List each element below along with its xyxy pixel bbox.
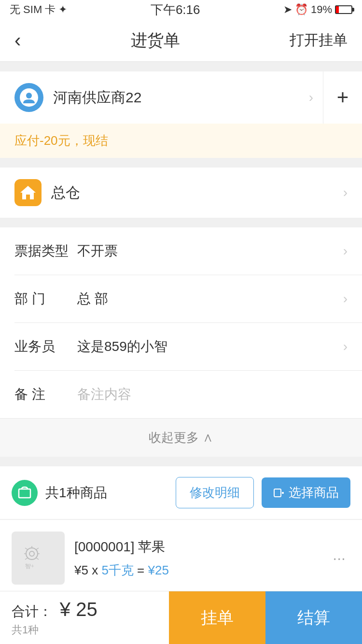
salesperson-value: 这是859的小智 xyxy=(72,337,343,356)
battery-icon xyxy=(335,5,352,14)
products-header: 共1种商品 修改明细 选择商品 xyxy=(0,466,362,519)
product-thumb-icon: 智+ xyxy=(21,546,55,570)
select-product-button[interactable]: 选择商品 xyxy=(262,477,350,508)
hang-order-button[interactable]: 挂单 xyxy=(169,591,265,644)
settle-button[interactable]: 结算 xyxy=(265,591,362,644)
product-item: 智+ [0000001] 苹果 ¥5 x 5千克 = ¥25 ··· xyxy=(0,520,362,596)
salesperson-chevron-icon: › xyxy=(343,339,348,354)
department-value: 总 部 xyxy=(72,290,343,308)
total-count: 共1种 xyxy=(12,623,157,637)
department-label: 部 门 xyxy=(14,290,72,308)
supplier-section: 河南供应商22 › + xyxy=(0,71,362,124)
svg-line-12 xyxy=(36,558,39,560)
invoice-type-value: 不开票 xyxy=(72,242,343,260)
form-section: 票据类型 不开票 › 部 门 总 部 › 业务员 这是859的小智 › 备 注 … xyxy=(0,227,362,418)
svg-rect-2 xyxy=(19,489,30,498)
cart-icon xyxy=(17,485,32,501)
select-product-icon xyxy=(273,487,285,499)
note-input[interactable]: 备注内容 xyxy=(72,385,348,404)
supplier-selector[interactable]: 河南供应商22 › xyxy=(0,71,323,124)
sim-label: 无 SIM 卡 ✦ xyxy=(10,2,67,17)
product-code: [0000001] xyxy=(74,539,135,554)
department-chevron-icon: › xyxy=(343,291,348,307)
svg-text:智+: 智+ xyxy=(25,563,34,570)
products-count: 共1种商品 xyxy=(45,484,176,502)
svg-line-8 xyxy=(25,548,28,550)
notice-bar: 应付-20元，现结 xyxy=(0,124,362,158)
section-gap-2 xyxy=(0,158,362,168)
footer: 合计： ¥ 25 共1种 挂单 结算 xyxy=(0,591,362,644)
warehouse-chevron-icon: › xyxy=(343,185,348,200)
products-icon xyxy=(12,480,38,506)
status-time: 下午6:16 xyxy=(151,1,200,18)
home-icon xyxy=(19,184,37,201)
product-thumbnail: 智+ xyxy=(12,532,65,585)
form-row-invoice-type[interactable]: 票据类型 不开票 › xyxy=(0,227,362,275)
product-title: 苹果 xyxy=(138,539,165,554)
select-product-label: 选择商品 xyxy=(289,484,339,501)
svg-marker-1 xyxy=(20,186,36,199)
product-name: [0000001] 苹果 xyxy=(74,538,328,556)
warehouse-section[interactable]: 总仓 › xyxy=(0,168,362,218)
warehouse-name: 总仓 xyxy=(51,183,343,203)
form-row-note[interactable]: 备 注 备注内容 xyxy=(0,371,362,418)
unit-price: ¥5 xyxy=(74,563,88,577)
alarm-icon: ⏰ xyxy=(295,3,308,16)
status-right: ➤ ⏰ 19% xyxy=(283,3,352,16)
warehouse-icon xyxy=(14,179,42,206)
status-bar: 无 SIM 卡 ✦ 下午6:16 ➤ ⏰ 19% xyxy=(0,0,362,19)
modify-detail-button[interactable]: 修改明细 xyxy=(176,477,254,508)
total-amount: ¥ 25 xyxy=(60,599,97,620)
svg-point-0 xyxy=(26,93,32,98)
footer-total: 合计： ¥ 25 共1种 xyxy=(0,599,169,637)
section-gap-1 xyxy=(0,62,362,71)
avatar-icon xyxy=(20,88,38,107)
equals-sign: = xyxy=(137,563,148,577)
location-icon: ➤ xyxy=(283,3,292,16)
nav-bar: ‹ 进货单 打开挂单 xyxy=(0,19,362,62)
product-more-button[interactable]: ··· xyxy=(328,545,350,572)
form-row-salesperson[interactable]: 业务员 这是859的小智 › xyxy=(0,323,362,370)
svg-rect-3 xyxy=(274,489,281,497)
back-button[interactable]: ‹ xyxy=(14,29,21,51)
svg-line-13 xyxy=(25,558,28,560)
status-left: 无 SIM 卡 ✦ xyxy=(10,2,67,17)
product-info: [0000001] 苹果 ¥5 x 5千克 = ¥25 xyxy=(74,538,328,579)
salesperson-label: 业务员 xyxy=(14,337,72,356)
product-price: ¥5 x 5千克 = ¥25 xyxy=(74,562,328,579)
collapse-bar[interactable]: 收起更多 ∧ xyxy=(0,418,362,457)
subtotal: ¥25 xyxy=(148,563,169,577)
price-separator: x xyxy=(92,563,101,577)
person-icon xyxy=(22,91,36,104)
note-label: 备 注 xyxy=(14,385,72,404)
supplier-name: 河南供应商22 xyxy=(53,88,309,108)
section-gap-3 xyxy=(0,218,362,227)
form-row-department[interactable]: 部 门 总 部 › xyxy=(0,275,362,322)
add-supplier-button[interactable]: + xyxy=(323,71,362,124)
quantity: 5千克 xyxy=(101,563,133,577)
supplier-chevron-icon: › xyxy=(309,90,313,105)
invoice-type-chevron-icon: › xyxy=(343,243,348,259)
open-hang-button[interactable]: 打开挂单 xyxy=(290,30,348,50)
invoice-type-label: 票据类型 xyxy=(14,242,72,260)
svg-line-10 xyxy=(36,548,39,550)
supplier-avatar xyxy=(14,83,43,112)
svg-point-7 xyxy=(29,551,34,556)
total-label: 合计： xyxy=(12,604,52,619)
page-title: 进货单 xyxy=(131,29,180,52)
battery-label: 19% xyxy=(311,3,332,16)
